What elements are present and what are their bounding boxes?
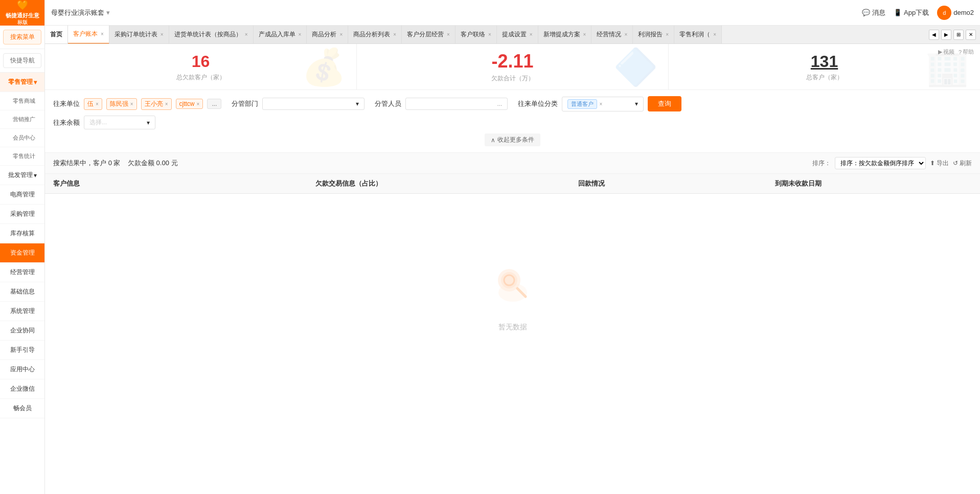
filter-tag-2-remove[interactable]: ×	[130, 101, 133, 107]
unit-filter-label: 往来单位	[53, 99, 80, 108]
account-label: 母婴行业演示账套	[51, 8, 104, 17]
help-video-link[interactable]: ▶ 视频	[938, 48, 954, 56]
tab-stock-stats[interactable]: 进货单统计表（按商品） ×	[169, 26, 254, 44]
tab-biz-situation[interactable]: 经营情况 ×	[591, 26, 633, 44]
tab-biz-situation-close[interactable]: ×	[624, 32, 627, 37]
filter-tag-4-remove[interactable]: ×	[197, 101, 200, 107]
selector-chevron-icon: ▾	[106, 9, 110, 16]
tab-customer-cost-close[interactable]: ×	[101, 31, 104, 37]
tab-customer-cost[interactable]: 客户账本 ×	[68, 26, 109, 44]
sidebar-item-marketing[interactable]: 营销推广	[0, 110, 44, 129]
category-dropdown[interactable]: 普通客户 × ▾	[562, 97, 644, 111]
app-download-button[interactable]: 📱 App下载	[894, 8, 929, 17]
tab-profit-report-close[interactable]: ×	[666, 32, 669, 37]
tab-product-instock-close[interactable]: ×	[299, 32, 302, 37]
tab-product-analysis-list[interactable]: 商品分析列表 ×	[348, 26, 402, 44]
query-button[interactable]: 查询	[648, 96, 681, 111]
sidebar-item-wholesale[interactable]: 批发管理 ▾	[0, 166, 44, 185]
tab-new-raise-label: 新增提成方案	[543, 30, 580, 39]
tab-retail-profit-close[interactable]: ×	[713, 32, 716, 37]
avatar: d	[937, 6, 951, 20]
user-profile[interactable]: d demo2	[937, 6, 974, 20]
quick-nav-button[interactable]: 快捷导航	[3, 53, 41, 68]
sidebar-item-retail-shop[interactable]: 零售商城	[0, 92, 44, 110]
tab-purchase-order[interactable]: 采购订单统计表 ×	[109, 26, 169, 44]
tab-more[interactable]: ⊞	[953, 30, 964, 40]
tab-scroll-left[interactable]: ◀	[929, 30, 939, 40]
filter-more-button[interactable]: ...	[207, 99, 221, 109]
sidebar-search-section: 搜索菜单	[0, 26, 44, 49]
category-tag-remove[interactable]: ×	[599, 101, 602, 107]
tab-raise-setting[interactable]: 提成设置 ×	[497, 26, 538, 44]
tab-purchase-order-close[interactable]: ×	[161, 32, 164, 37]
sidebar-item-basic[interactable]: 基础信息	[0, 282, 44, 302]
sort-select[interactable]: 排序：按欠款金额倒序排序	[835, 157, 926, 169]
tab-retail-profit-label: 零售利润（	[679, 30, 710, 39]
collapse-button[interactable]: ∧ 收起更多条件	[485, 133, 540, 146]
stat-card-debt: 🔷 -2.11 欠款合计（万）	[357, 44, 669, 89]
stat-card-customers: 💰 16 总欠款客户（家）	[45, 44, 357, 89]
quick-nav-section: 快捷导航	[0, 49, 44, 73]
tab-home[interactable]: 首页	[45, 26, 68, 44]
person-more-icon: ...	[497, 100, 502, 107]
collapse-label: 收起更多条件	[497, 136, 534, 144]
main-area: 母婴行业演示账套 ▾ 💬 消息 📱 App下载 d demo2 首页 客户账本	[45, 0, 980, 494]
balance-dropdown[interactable]: 选择... ▾	[84, 116, 155, 129]
stat-value-customers: 16	[176, 52, 225, 71]
filter-tag-1-remove[interactable]: ×	[96, 101, 99, 107]
sidebar-item-ecommerce[interactable]: 电商管理	[0, 185, 44, 205]
stat-bg-icon-debt: 🔷	[613, 46, 658, 88]
sidebar-item-capital[interactable]: 资金管理	[0, 243, 44, 263]
sidebar-item-app-center[interactable]: 应用中心	[0, 360, 44, 379]
tab-new-raise[interactable]: 新增提成方案 ×	[538, 26, 592, 44]
export-button[interactable]: ⬆ 导出	[930, 159, 949, 168]
tab-scroll-right[interactable]: ▶	[941, 30, 951, 40]
sidebar-item-vip-member[interactable]: 畅会员	[0, 399, 44, 418]
help-doc-link[interactable]: ? 帮助	[959, 48, 974, 56]
tab-new-raise-close[interactable]: ×	[583, 32, 586, 37]
tab-customer-tier-close[interactable]: ×	[447, 32, 450, 37]
results-info: 搜索结果中，客户 0 家 欠款金额 0.00 元	[53, 159, 178, 168]
tab-customer-tier[interactable]: 客户分层经营 ×	[402, 26, 455, 44]
sidebar-item-corp-wechat[interactable]: 企业微信	[0, 379, 44, 399]
app-logo: 🧡 畅捷通好生意 标版	[0, 0, 44, 26]
stat-help-links: ▶ 视频 ? 帮助	[938, 48, 974, 56]
sidebar-item-inventory[interactable]: 库存核算	[0, 224, 44, 243]
sidebar-item-system[interactable]: 系统管理	[0, 302, 44, 321]
person-dropdown[interactable]: ...	[405, 98, 508, 110]
balance-placeholder: 选择...	[89, 118, 145, 127]
tab-profit-report[interactable]: 利润报告 ×	[633, 26, 674, 44]
collapse-up-icon: ∧	[491, 137, 495, 144]
tab-customer-contact[interactable]: 客户联络 ×	[455, 26, 497, 44]
tab-product-analysis-list-close[interactable]: ×	[393, 32, 396, 37]
refresh-button[interactable]: ↺ 刷新	[953, 159, 972, 168]
stat-label-debt: 欠款合计（万）	[491, 74, 534, 83]
tab-stock-stats-close[interactable]: ×	[245, 32, 248, 37]
tab-product-instock[interactable]: 产成品入库单 ×	[254, 26, 307, 44]
stat-value-total[interactable]: 131	[806, 52, 843, 71]
table-header: 客户信息 欠款交易信息（占比） 回款情况 到期未收款日期	[45, 174, 980, 194]
search-menu-button[interactable]: 搜索菜单	[3, 30, 41, 44]
message-button[interactable]: 💬 消息	[862, 8, 885, 17]
stats-bar: 💰 16 总欠款客户（家） 🔷 -2.11 欠款合计（万） 🏢 131 总客户（…	[45, 44, 980, 90]
filter-tag-3-remove[interactable]: ×	[165, 101, 168, 107]
empty-icon	[490, 261, 536, 317]
sidebar-item-corp-collab[interactable]: 企业协同	[0, 321, 44, 341]
tabbar: 首页 客户账本 × 采购订单统计表 × 进货单统计表（按商品） × 产成品入库单…	[45, 26, 980, 44]
tab-close-all[interactable]: ✕	[966, 30, 976, 40]
sidebar-item-retail[interactable]: 零售管理 ▾	[0, 73, 44, 92]
account-selector[interactable]: 母婴行业演示账套 ▾	[51, 8, 110, 17]
sidebar-item-operations[interactable]: 经营管理	[0, 263, 44, 282]
sidebar-item-purchase[interactable]: 采购管理	[0, 205, 44, 224]
sidebar-item-new-guide[interactable]: 新手引导	[0, 341, 44, 360]
tab-retail-profit[interactable]: 零售利润（ ×	[674, 26, 722, 44]
tab-product-analysis[interactable]: 商品分析 ×	[307, 26, 348, 44]
tab-customer-contact-close[interactable]: ×	[488, 32, 491, 37]
tab-product-analysis-close[interactable]: ×	[339, 32, 343, 37]
sidebar-item-member[interactable]: 会员中心	[0, 129, 44, 147]
dept-filter-label: 分管部门	[232, 99, 258, 108]
sidebar-item-retail-stat[interactable]: 零售统计	[0, 147, 44, 166]
dept-dropdown[interactable]: ▾	[262, 98, 364, 110]
col-due-date: 到期未收款日期	[775, 179, 972, 188]
tab-raise-setting-close[interactable]: ×	[530, 32, 533, 37]
